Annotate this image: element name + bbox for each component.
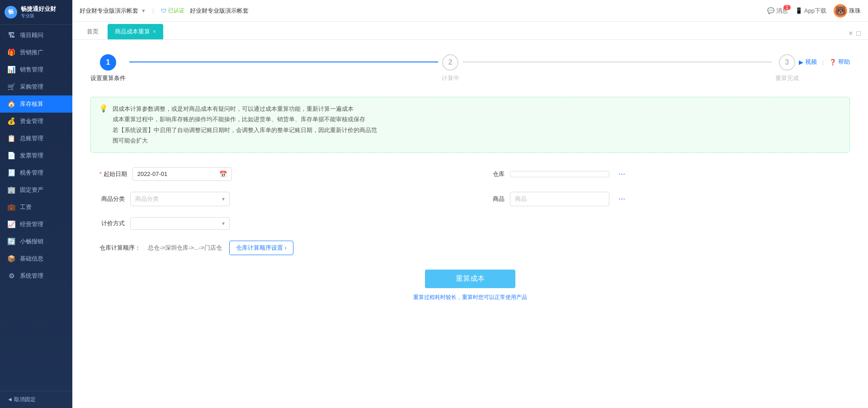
sidebar-item-invoice[interactable]: 📄 发票管理 (0, 147, 72, 164)
start-date-input[interactable]: 2022-07-01 📅 (132, 167, 232, 181)
sidebar-item-label: 发票管理 (20, 152, 43, 160)
sidebar-item-assets[interactable]: 🏢 固定资产 (0, 181, 72, 199)
form-group-warehouse: 仓库 ··· (479, 167, 841, 180)
notice-line2: 成本重算过程中，影响库存账的操作均不能操作，比如进货单、销货单、库存单据不能审核… (113, 114, 377, 124)
message-badge: 1 (783, 5, 791, 10)
form-row-3: 计价方式 ▾ (99, 217, 841, 230)
step-2: 2 计算中 (442, 54, 459, 82)
message-icon: 💬 (767, 7, 774, 14)
calendar-icon[interactable]: 📅 (219, 171, 227, 178)
notice-line1: 因成本计算参数调整，或是对商品成本有疑问时，可以通过成本重算功能，重新计算一遍成… (113, 104, 377, 114)
user-menu[interactable]: 🐻 珠珠 (834, 4, 861, 18)
recalc-btn[interactable]: 重算成本 (425, 270, 515, 288)
verified-label: 已认证 (168, 7, 184, 14)
start-date-label: 起始日期 (99, 170, 127, 178)
step-1: 1 设置重算条件 (90, 54, 126, 82)
sidebar-item-label: 系统管理 (20, 272, 43, 280)
question-icon: ❓ (829, 59, 836, 66)
account-selector[interactable]: 好业财专业版演示帐套 ▾ (80, 7, 145, 15)
sidebar-item-inventory[interactable]: 🏠 库存核算 (0, 95, 72, 113)
sidebar-item-ops[interactable]: 📈 经营管理 (0, 216, 72, 233)
goods-input[interactable]: 商品 (510, 192, 609, 206)
sidebar: 畅 畅捷通好业财 专业版 🏗 项目顾问 🎁 营销推广 📊 销售管理 🛒 采购管理… (0, 0, 72, 408)
message-btn[interactable]: 💬 消息 1 (767, 7, 788, 15)
sidebar-item-expense[interactable]: 🔄 小畅报销 (0, 233, 72, 250)
tab-cost-label: 商品成本重算 (115, 28, 150, 36)
step-3-label: 重算完成 (775, 74, 799, 82)
pricing-select[interactable]: ▾ (130, 217, 230, 230)
recalc-label: 重算成本 (456, 275, 485, 282)
form-group-goods: 商品 商品 ··· (479, 192, 841, 206)
inventory-icon: 🏠 (7, 100, 15, 108)
sidebar-item-basic[interactable]: 📦 基础信息 (0, 250, 72, 267)
tab-close-icon[interactable]: × (153, 28, 156, 35)
sidebar-item-sales[interactable]: 📊 销售管理 (0, 61, 72, 78)
purchase-icon: 🛒 (7, 83, 15, 91)
tab-home[interactable]: 首页 (80, 24, 106, 39)
sidebar-item-finance[interactable]: 💰 资金管理 (0, 113, 72, 130)
notice-content: 因成本计算参数调整，或是对商品成本有疑问时，可以通过成本重算功能，重新计算一遍成… (113, 104, 377, 146)
video-btn[interactable]: ▶ 视频 (799, 58, 817, 66)
form-section: 起始日期 2022-07-01 📅 仓库 ··· 商品分类 (90, 167, 850, 255)
basic-icon: 📦 (7, 255, 15, 263)
sidebar-item-label: 经营管理 (20, 220, 43, 228)
pricing-label: 计价方式 (99, 219, 125, 228)
sidebar-item-label: 项目顾问 (20, 31, 43, 39)
dropdown-icon: ▾ (142, 7, 145, 14)
sidebar-item-label: 工资 (20, 203, 32, 211)
sidebar-header: 畅 畅捷通好业财 专业版 (0, 0, 72, 25)
close-panel-btn[interactable]: × (849, 29, 853, 38)
ops-icon: 📈 (7, 220, 15, 228)
app-logo: 畅 (5, 6, 17, 19)
topbar-divider: | (152, 7, 154, 14)
tab-cost-recalc[interactable]: 商品成本重算 × (108, 24, 163, 39)
sidebar-item-purchase[interactable]: 🛒 采购管理 (0, 78, 72, 95)
steps-container: 1 设置重算条件 2 计算中 3 重算完成 ▶ 视频 (90, 54, 850, 82)
sidebar-item-label: 采购管理 (20, 83, 43, 91)
topbar: 好业财专业版演示帐套 ▾ | 🛡 已认证 好业财专业版演示帐套 💬 消息 1 📱… (72, 0, 868, 22)
video-label: 视频 (805, 58, 817, 66)
play-icon: ▶ (799, 59, 803, 66)
app-download-btn[interactable]: 📱 App下载 (795, 7, 826, 15)
phone-icon: 📱 (795, 7, 802, 14)
system-icon: ⚙ (7, 272, 15, 280)
sidebar-item-ledger[interactable]: 📋 总账管理 (0, 130, 72, 147)
help-label: 帮助 (838, 58, 850, 66)
step-2-label: 计算中 (442, 74, 459, 82)
sidebar-item-project[interactable]: 🏗 项目顾问 (0, 27, 72, 44)
salary-icon: 💼 (7, 203, 15, 211)
form-group-date: 起始日期 2022-07-01 📅 (99, 167, 461, 181)
account-name: 好业财专业版演示帐套 (80, 7, 138, 15)
sidebar-item-label: 库存核算 (20, 100, 43, 108)
sidebar-nav: 🏗 项目顾问 🎁 营销推广 📊 销售管理 🛒 采购管理 🏠 库存核算 💰 资金管… (0, 25, 72, 391)
pricing-chevron-icon: ▾ (222, 220, 225, 227)
expense-icon: 🔄 (7, 237, 15, 246)
sidebar-item-label: 税务管理 (20, 169, 43, 177)
sidebar-item-tax[interactable]: 🧾 税务管理 (0, 164, 72, 181)
warehouse-order-settings-btn[interactable]: 仓库计算顺序设置 › (229, 241, 293, 255)
step-3-circle: 3 (779, 54, 795, 71)
sidebar-item-salary[interactable]: 💼 工资 (0, 199, 72, 216)
chevron-down-icon: ▾ (222, 196, 225, 202)
unpin-label: ◄ 取消固定 (7, 396, 36, 403)
tabs-bar: 首页 商品成本重算 × × □ (72, 22, 868, 40)
start-date-value: 2022-07-01 (137, 171, 168, 177)
sidebar-unpin[interactable]: ◄ 取消固定 (0, 391, 72, 408)
form-row-2: 商品分类 商品分类 ▾ 商品 商品 ··· (99, 192, 841, 206)
warehouse-input[interactable] (510, 171, 609, 177)
expand-btn[interactable]: □ (856, 29, 861, 38)
category-label: 商品分类 (99, 195, 125, 203)
main-area: 好业财专业版演示帐套 ▾ | 🛡 已认证 好业财专业版演示帐套 💬 消息 1 📱… (72, 0, 868, 408)
warehouse-more-btn[interactable]: ··· (615, 167, 629, 180)
sidebar-item-marketing[interactable]: 🎁 营销推广 (0, 44, 72, 61)
step-1-circle: 1 (100, 54, 116, 71)
sidebar-item-system[interactable]: ⚙ 系统管理 (0, 267, 72, 285)
goods-more-btn[interactable]: ··· (615, 192, 629, 205)
help-btn[interactable]: ❓ 帮助 (829, 58, 850, 66)
notice-line3: 若【系统设置】中启用了自动调整记账日期时，会调整入库单的整单记账日期，因此重新计… (113, 125, 377, 135)
sidebar-item-label: 销售管理 (20, 66, 43, 74)
notice-line4: 围可能会扩大 (113, 135, 377, 146)
category-select[interactable]: 商品分类 ▾ (130, 192, 230, 206)
form-group-category: 商品分类 商品分类 ▾ (99, 192, 461, 206)
sidebar-item-label: 固定资产 (20, 186, 43, 194)
